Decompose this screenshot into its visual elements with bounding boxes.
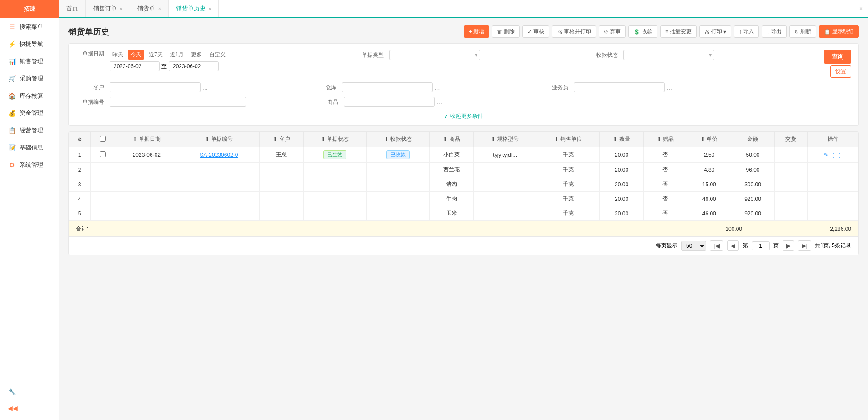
row-checkbox-cell[interactable] [91,163,115,177]
audit-print-button[interactable]: 🖨 审核并打印 [552,25,596,38]
col-doc-status[interactable]: ⬆ 单据状态 [303,132,366,147]
page-size-select[interactable]: 50 100 200 [681,241,706,251]
row-gift: 否 [643,206,687,221]
tab-sales-order-close[interactable]: × [120,6,122,11]
delete-button[interactable]: 🗑 删除 [492,25,520,38]
col-doc-date[interactable]: ⬆ 单据日期 [115,132,178,147]
tab-sales-invoice-close[interactable]: × [158,6,161,11]
sidebar-item-collapse[interactable]: ◀◀ [0,400,59,416]
sidebar-item-basic-info[interactable]: 📝 基础信息 [0,139,59,156]
select-all-checkbox[interactable] [100,136,106,142]
tab-sales-order[interactable]: 销售订单 × [86,0,130,17]
tab-home[interactable]: 首页 [59,0,86,17]
more-icon[interactable]: ⋮⋮ [831,152,842,158]
edit-icon[interactable]: ✎ [824,152,828,158]
goods-dots[interactable]: ... [437,98,442,105]
first-page-btn[interactable]: |◀ [710,240,723,251]
col-customer[interactable]: ⬆ 客户 [260,132,303,147]
payment-status-input[interactable] [623,50,714,60]
shortcut-custom[interactable]: 自定义 [206,50,228,60]
tab-sales-history[interactable]: 销货单历史 × [169,0,219,17]
sidebar-item-quick-nav[interactable]: ⚡ 快捷导航 [0,35,59,53]
doc-type-input[interactable] [389,50,480,60]
sidebar-item-label: 快捷导航 [20,40,43,48]
prev-page-btn[interactable]: ◀ [727,240,739,251]
query-button[interactable]: 查询 [824,50,851,64]
shortcut-today[interactable]: 今天 [128,50,144,60]
sidebar-item-inventory[interactable]: 🏠 库存核算 [0,87,59,105]
sidebar-item-sales-mgmt[interactable]: 📊 销售管理 [0,53,59,70]
row-goods: 牛肉 [430,192,473,206]
table-row: 5 玉米 千克 20.00 否 46.00 920.00 [69,206,858,221]
date-end-input[interactable] [169,61,219,71]
row-num-cell: 3 [69,177,91,192]
collect-button[interactable]: 💲 收款 [628,25,657,38]
sidebar-item-purchase-mgmt[interactable]: 🛒 采购管理 [0,70,59,87]
col-checkbox[interactable] [91,132,115,147]
sidebar-item-ops-mgmt[interactable]: 📋 经营管理 [0,122,59,139]
settings-button[interactable]: 设置 [830,65,851,78]
shortcut-more[interactable]: 更多 [188,50,205,60]
last-page-btn[interactable]: ▶| [798,240,811,251]
row-unit-price: 2.50 [687,147,731,163]
col-payment-status[interactable]: ⬆ 收款状态 [366,132,430,147]
doc-no-input[interactable] [110,97,246,107]
customer-dots[interactable]: ... [202,84,208,91]
sidebar-item-sys-mgmt[interactable]: ⚙ 系统管理 [0,156,59,174]
refresh-button[interactable]: ↻ 刷新 [789,25,816,38]
doc-no-link[interactable]: SA-20230602-0 [200,152,238,158]
sidebar-item-settings[interactable]: 🔧 [0,384,59,400]
print-button[interactable]: 🖨 打印 ▾ [699,25,731,38]
shortcut-yesterday[interactable]: 昨天 [110,50,126,60]
doc-type-label: 单据类型 [356,51,387,59]
row-doc-no[interactable]: SA-20230602-0 [178,147,260,163]
salesperson-input[interactable] [574,82,665,92]
batch-change-button[interactable]: ≡ 批量变更 [660,25,697,38]
col-doc-no[interactable]: ⬆ 单据编号 [178,132,260,147]
next-page-btn[interactable]: ▶ [783,240,794,251]
customer-input[interactable] [110,82,201,92]
toolbar: + 新增 🗑 删除 ✓ 审核 🖨 审核并打印 ↺ 弃审 [464,25,859,38]
row-checkbox[interactable] [100,151,106,157]
col-unit-price[interactable]: ⬆ 单价 [687,132,731,147]
tab-sales-invoice[interactable]: 销货单 × [130,0,168,17]
shortcut-1month[interactable]: 近1月 [167,50,187,60]
warehouse-dots[interactable]: ... [435,84,440,91]
row-checkbox-cell[interactable] [91,177,115,192]
sidebar-item-finance-mgmt[interactable]: 💰 资金管理 [0,105,59,122]
table-footer: 合计: 100.00 2,286.00 [69,221,858,236]
total-amount: 2,286.00 [797,226,851,232]
date-label: 单据日期 [76,50,108,58]
sidebar-item-search-menu[interactable]: ☰ 搜索菜单 [0,18,59,35]
col-action: 操作 [808,132,858,147]
import-button[interactable]: ↑ 导入 [734,25,759,38]
col-quantity[interactable]: ⬆ 数量 [600,132,643,147]
tab-sales-history-close[interactable]: × [208,6,211,11]
page-header: 销货单历史 + 新增 🗑 删除 ✓ 审核 🖨 审核并打印 [68,25,859,38]
col-settings[interactable]: ⚙ [69,132,91,147]
collapse-btn[interactable]: ∧ 收起更多条件 [76,110,851,121]
shortcut-7days[interactable]: 近7天 [146,50,166,60]
current-page-input[interactable] [752,241,770,250]
row-checkbox-cell[interactable] [91,147,115,163]
export-button[interactable]: ↓ 导出 [762,25,787,38]
tab-bar-close-btn[interactable]: × [854,0,868,17]
batch-icon: ≡ [665,29,668,35]
col-unit[interactable]: ⬆ 销售单位 [537,132,600,147]
col-spec[interactable]: ⬆ 规格型号 [473,132,537,147]
col-goods[interactable]: ⬆ 商品 [430,132,473,147]
warehouse-input[interactable] [342,82,433,92]
new-button[interactable]: + 新增 [464,25,489,38]
table-row: 4 牛肉 千克 20.00 否 46.00 920.00 [69,192,858,206]
audit-button[interactable]: ✓ 审核 [522,25,549,38]
date-start-input[interactable] [110,61,160,71]
abandon-button[interactable]: ↺ 弃审 [599,25,626,38]
row-checkbox-cell[interactable] [91,192,115,206]
goods-input[interactable] [344,97,435,107]
row-checkbox-cell[interactable] [91,206,115,221]
row-goods: 小白菜 [430,147,473,163]
page-content: 销货单历史 + 新增 🗑 删除 ✓ 审核 🖨 审核并打印 [59,18,868,420]
salesperson-dots[interactable]: ... [667,84,672,91]
col-gift[interactable]: ⬆ 赠品 [643,132,687,147]
show-detail-button[interactable]: 📋 显示明细 [819,25,859,38]
